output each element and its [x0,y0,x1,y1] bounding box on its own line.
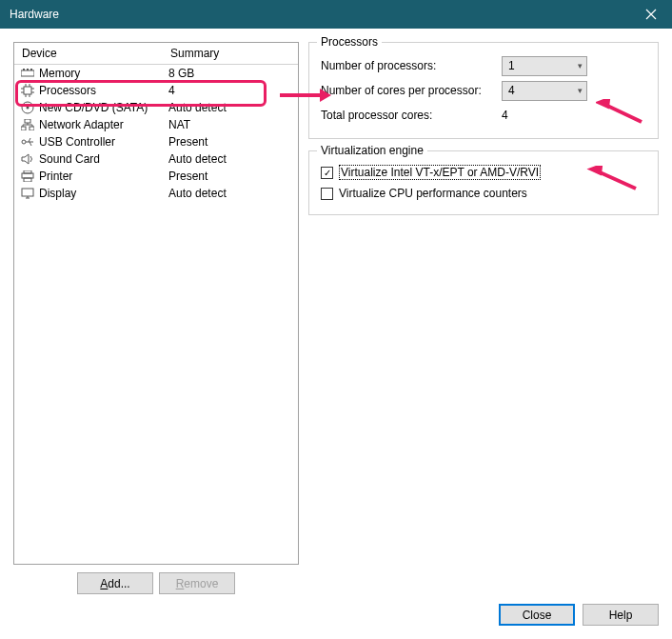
right-panel: Processors Number of processors: 1 ▾ Num… [308,42,659,594]
device-list-header: Device Summary [14,43,298,65]
device-row-sound[interactable]: Sound Card Auto detect [14,150,298,168]
device-row-cddvd[interactable]: New CD/DVD (SATA) Auto detect [14,99,298,116]
titlebar: Hardware [0,0,672,29]
device-name: Processors [39,84,168,97]
printer-icon [20,169,35,184]
disc-icon [20,100,35,115]
usb-icon [20,134,35,150]
vtx-label[interactable]: Virtualize Intel VT-x/EPT or AMD-V/RVI [339,165,541,180]
dialog-content: Device Summary Memory 8 GB Processors 4 … [0,29,672,639]
perf-counters-label[interactable]: Virtualize CPU performance counters [339,187,527,200]
device-row-usb[interactable]: USB Controller Present [14,133,298,150]
svg-marker-32 [22,154,29,164]
svg-rect-22 [21,127,26,130]
device-name: Display [39,187,168,200]
svg-rect-9 [30,69,32,70]
device-summary: Present [168,135,292,149]
processors-group-title: Processors [317,35,382,49]
device-row-processors[interactable]: Processors 4 [14,82,298,99]
help-button[interactable]: Help [583,604,659,626]
total-cores-label: Total processor cores: [321,109,502,122]
svg-rect-10 [24,87,31,94]
svg-rect-6 [21,70,34,76]
device-name: USB Controller [39,135,168,149]
svg-line-31 [30,142,31,146]
svg-rect-23 [30,127,34,130]
device-summary: Auto detect [168,101,292,114]
vtx-checkbox[interactable]: ✓ [321,167,333,179]
processors-group: Processors Number of processors: 1 ▾ Num… [308,42,659,139]
num-processors-dropdown[interactable]: 1 ▾ [502,56,587,76]
svg-line-30 [29,138,30,142]
device-summary: 8 GB [168,67,292,80]
device-row-memory[interactable]: Memory 8 GB [14,65,298,82]
header-summary: Summary [170,47,290,60]
cores-per-proc-value: 4 [508,84,515,97]
device-name: New CD/DVD (SATA) [39,101,168,114]
left-panel: Device Summary Memory 8 GB Processors 4 … [13,42,299,594]
remove-button: Remove [159,572,235,594]
device-name: Sound Card [39,152,168,166]
perf-counters-checkbox[interactable] [321,188,333,200]
device-summary: 4 [168,84,292,97]
svg-point-20 [27,107,30,110]
display-icon [20,186,35,201]
device-summary: NAT [168,118,292,131]
device-summary: Auto detect [168,152,292,166]
svg-point-28 [22,140,26,144]
device-buttons: Add... Remove [13,572,299,594]
close-icon[interactable] [629,0,672,29]
num-processors-label: Number of processors: [321,59,502,72]
virtualization-group-title: Virtualization engine [317,144,427,157]
header-device: Device [22,47,170,60]
network-icon [20,117,35,132]
chevron-down-icon: ▾ [578,61,583,70]
device-name: Memory [39,67,168,80]
chevron-down-icon: ▾ [578,86,583,95]
device-summary: Present [168,170,292,183]
svg-rect-34 [22,173,33,178]
svg-rect-7 [23,69,25,70]
memory-icon [20,66,35,81]
device-row-printer[interactable]: Printer Present [14,168,298,185]
window-title: Hardware [10,8,59,21]
device-row-display[interactable]: Display Auto detect [14,185,298,202]
device-row-network[interactable]: Network Adapter NAT [14,116,298,133]
dialog-buttons: Close Help [13,604,659,626]
device-name: Printer [39,170,168,183]
close-button[interactable]: Close [499,604,575,626]
device-list: Device Summary Memory 8 GB Processors 4 … [13,42,299,565]
svg-rect-8 [27,69,29,70]
cores-per-proc-label: Number of cores per processor: [321,84,502,97]
sound-icon [20,151,35,167]
svg-rect-36 [22,189,33,196]
device-summary: Auto detect [168,187,292,200]
virtualization-group: Virtualization engine ✓ Virtualize Intel… [308,150,659,215]
cores-per-proc-dropdown[interactable]: 4 ▾ [502,81,587,101]
device-name: Network Adapter [39,118,168,131]
num-processors-value: 1 [508,59,515,72]
cpu-icon [20,83,35,98]
svg-rect-35 [24,178,31,182]
total-cores-value: 4 [502,109,646,122]
add-button[interactable]: Add... [77,572,153,594]
svg-rect-21 [25,119,30,123]
